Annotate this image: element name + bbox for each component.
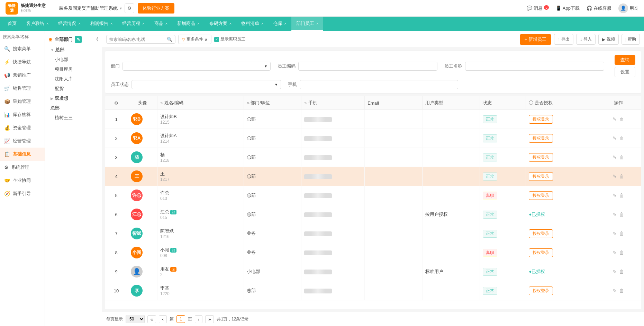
online-support-item[interactable]: 🎧 在线客服	[587, 5, 611, 11]
close-icon[interactable]: ×	[142, 21, 144, 26]
auth-login-button[interactable]: 授权登录	[529, 248, 553, 257]
delete-icon[interactable]: 🗑	[619, 212, 624, 217]
query-button[interactable]: 查询	[615, 55, 635, 65]
settings-icon[interactable]: ⚙	[114, 100, 118, 106]
tab-operations[interactable]: 经营情况 ×	[53, 17, 85, 31]
edit-icon[interactable]: ✎	[613, 250, 617, 255]
tree-node-headquarters[interactable]: 总部	[45, 103, 102, 113]
sidebar-item-inventory[interactable]: 📊库存核算	[0, 108, 45, 121]
sidebar-item-quicknav[interactable]: ⚡快捷导航	[0, 55, 45, 69]
per-page-select[interactable]: 50 20 100	[126, 315, 145, 323]
collapse-icon[interactable]: 《	[94, 36, 98, 43]
tab-goods[interactable]: 商品 ×	[149, 17, 172, 31]
auth-login-button[interactable]: 授权登录	[529, 134, 553, 143]
delete-icon[interactable]: 🗑	[619, 135, 624, 141]
last-page-button[interactable]: »	[205, 315, 214, 323]
tab-profit[interactable]: 利润报告 ×	[85, 17, 117, 31]
tree-node-distribution[interactable]: 配货	[45, 84, 102, 94]
sidebar-item-purchase[interactable]: 📦采购管理	[0, 95, 45, 108]
edit-icon[interactable]: ✎	[613, 193, 617, 198]
tab-add-goods[interactable]: 新增商品 ×	[172, 17, 204, 31]
sidebar-item-basic[interactable]: 📋基础信息	[0, 148, 45, 161]
edit-icon[interactable]: ✎	[613, 135, 617, 141]
more-conditions-button[interactable]: ▽ 更多条件 ∧	[178, 35, 211, 44]
edit-icon[interactable]: ✎	[613, 155, 617, 160]
settings-button[interactable]: 设置	[615, 67, 635, 77]
auth-login-button[interactable]: 授权登录	[529, 287, 553, 295]
delete-icon[interactable]: 🗑	[619, 174, 624, 179]
add-employee-button[interactable]: + 新增员工	[520, 34, 551, 45]
delete-icon[interactable]: 🗑	[619, 269, 624, 274]
delete-icon[interactable]: 🗑	[619, 250, 624, 255]
user-item[interactable]: 👤 用友	[618, 3, 638, 13]
col-dept-header[interactable]: ⇅ 部门/职位	[244, 96, 301, 110]
sidebar-item-collab[interactable]: 🤝企业协同	[0, 174, 45, 187]
employee-code-input[interactable]	[298, 62, 437, 71]
edit-icon[interactable]: ✎	[613, 269, 617, 274]
sidebar-item-sales[interactable]: 🛒销售管理	[0, 82, 45, 95]
close-icon[interactable]: ×	[46, 21, 48, 26]
import-button[interactable]: ↓ 导入	[576, 34, 596, 45]
col-phone-header[interactable]: ⇅ 手机	[301, 96, 365, 110]
next-page-button[interactable]: ›	[195, 315, 202, 323]
prev-page-button[interactable]: ‹	[159, 315, 166, 323]
close-icon[interactable]: ×	[165, 21, 167, 26]
sidebar-item-search[interactable]: 🔍搜索菜单	[0, 42, 45, 55]
app-download-item[interactable]: 📱 App下载	[556, 5, 580, 11]
show-resigned-toggle[interactable]: ✓ 显示离职员工	[214, 36, 245, 42]
dept-select[interactable]: ▾	[123, 62, 271, 71]
tab-warehouse[interactable]: 仓库 ×	[269, 17, 291, 31]
sidebar-item-finance[interactable]: 💰资金管理	[0, 121, 45, 134]
auth-login-button[interactable]: 授权登录	[529, 191, 553, 200]
employee-name-input[interactable]	[465, 62, 604, 71]
status-select[interactable]: ▾	[131, 80, 281, 89]
tree-node-electronics[interactable]: 小电部	[45, 55, 102, 64]
auth-login-button[interactable]: 授权登录	[529, 229, 553, 238]
edit-icon[interactable]: ✎	[613, 212, 617, 217]
sidebar-item-business[interactable]: 📈经营管理	[0, 134, 45, 148]
close-icon[interactable]: ×	[110, 21, 112, 26]
phone-input[interactable]	[300, 80, 458, 89]
tree-node-project[interactable]: 项目库房	[45, 64, 102, 74]
export-button[interactable]: ↑ 导出	[554, 34, 573, 45]
edit-icon[interactable]: ✎	[613, 174, 617, 179]
gear-button[interactable]: ⚙	[125, 3, 134, 13]
help-button[interactable]: | 帮助	[622, 34, 640, 45]
tab-barcode[interactable]: 条码方案 ×	[205, 17, 236, 31]
delete-icon[interactable]: 🗑	[619, 116, 624, 122]
auth-login-button[interactable]: 授权登录	[529, 153, 553, 162]
sidebar-item-guide[interactable]: 🧭新手引导	[0, 187, 45, 200]
edit-icon[interactable]: ✎	[613, 231, 617, 236]
tab-history[interactable]: 经营历程 ×	[117, 17, 149, 31]
delete-icon[interactable]: 🗑	[619, 193, 624, 198]
dropdown-arrow-icon[interactable]: ▾	[120, 6, 122, 11]
auth-login-button[interactable]: 授权登录	[529, 115, 553, 124]
col-name-header[interactable]: ⇅ 姓名/编码	[157, 96, 244, 110]
search-employee-input[interactable]	[109, 37, 165, 42]
edit-dept-button[interactable]: ✎	[75, 36, 82, 43]
close-icon[interactable]: ×	[284, 21, 287, 26]
tree-node-plant[interactable]: 植树王三	[45, 113, 102, 123]
sidebar-item-system[interactable]: ⚙系统管理	[0, 161, 45, 174]
tab-employees[interactable]: 部门员工 ×	[291, 17, 323, 31]
tree-node-general[interactable]: ▼ 总部	[45, 45, 102, 55]
close-icon[interactable]: ×	[78, 21, 80, 26]
auth-login-button[interactable]: 授权登录	[529, 172, 553, 181]
message-item[interactable]: 💬 消息 5	[527, 5, 549, 11]
edit-icon[interactable]: ✎	[613, 288, 617, 293]
sidebar-item-marketing[interactable]: 📢营销推广	[0, 69, 45, 82]
tree-node-shenyang[interactable]: 沈阳大库	[45, 74, 102, 84]
first-page-button[interactable]: «	[147, 315, 156, 323]
delete-icon[interactable]: 🗑	[619, 288, 624, 293]
tab-customer[interactable]: 客户联络 ×	[21, 17, 53, 31]
delete-icon[interactable]: 🗑	[619, 155, 624, 160]
edit-icon[interactable]: ✎	[613, 116, 617, 122]
delete-icon[interactable]: 🗑	[619, 231, 624, 236]
close-icon[interactable]: ×	[197, 21, 199, 26]
close-icon[interactable]: ×	[261, 21, 263, 26]
tree-node-double[interactable]: ▶ 双虚想	[45, 94, 102, 103]
trial-button[interactable]: 体验行业方案	[138, 3, 174, 14]
close-icon[interactable]: ×	[229, 21, 232, 26]
tab-home[interactable]: 首页	[3, 17, 21, 31]
tab-bom[interactable]: 物料清单 ×	[236, 17, 268, 31]
